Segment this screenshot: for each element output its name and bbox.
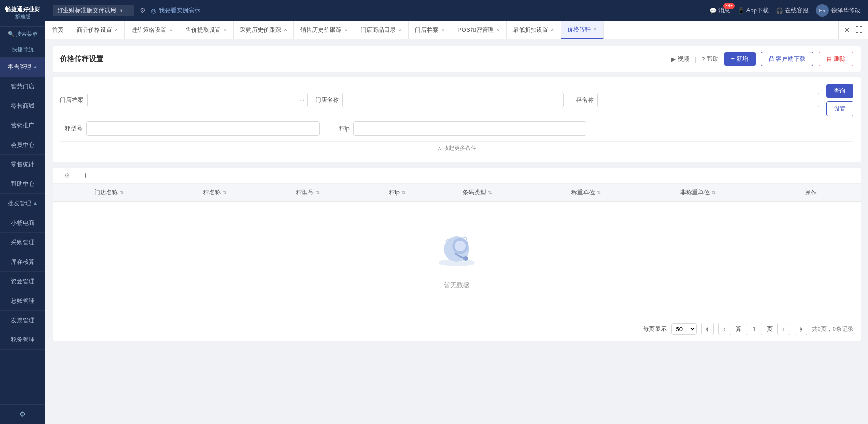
last-page-btn[interactable]: ⟫ xyxy=(795,323,807,335)
online-service-btn[interactable]: 🎧 在线客服 xyxy=(776,6,809,14)
table-column-header[interactable]: 秤型号⇅ xyxy=(291,184,384,202)
maximize-icon[interactable]: ⛶ xyxy=(853,24,864,36)
tab-item[interactable]: 售价提取设置× xyxy=(179,21,234,39)
sidebar-search[interactable]: 🔍 搜索菜单 xyxy=(0,27,45,42)
per-page-label: 每页显示 xyxy=(643,325,667,333)
table-column-header[interactable]: 称重单位⇅ xyxy=(566,184,675,202)
tab-close-btn[interactable]: × xyxy=(497,27,500,33)
ellipsis-icon[interactable]: ··· xyxy=(299,96,305,104)
tab-close-btn[interactable]: × xyxy=(115,27,118,33)
next-page-btn[interactable]: › xyxy=(777,323,790,335)
select-all-checkbox[interactable] xyxy=(80,173,86,178)
tab-item[interactable]: POS加密管理× xyxy=(451,21,506,39)
tab-close-btn[interactable]: × xyxy=(284,27,287,33)
table-column-header[interactable]: 秤ip⇅ xyxy=(384,184,457,202)
sidebar-item[interactable]: 零售统计 xyxy=(0,155,45,174)
sidebar-quick-nav[interactable]: 快捷导航 xyxy=(0,42,45,58)
store-archive-input[interactable] xyxy=(87,93,308,107)
tab-item[interactable]: 销售历史价跟踪× xyxy=(294,21,354,39)
sidebar-item[interactable]: 税务管理 xyxy=(0,330,45,350)
sidebar-item[interactable]: 智慧门店 xyxy=(0,77,45,96)
per-page-select[interactable]: 102050100 xyxy=(671,323,697,335)
data-table: 门店名称⇅秤名称⇅秤型号⇅秤ip⇅条码类型⇅称重单位⇅非称重单位⇅操作 xyxy=(53,184,861,202)
tab-item[interactable]: 采购历史价跟踪× xyxy=(234,21,294,39)
tab-item[interactable]: 门店档案× xyxy=(409,21,451,39)
download-button[interactable]: 凸 客户端下载 xyxy=(761,52,814,66)
first-page-btn[interactable]: ⟪ xyxy=(701,323,714,335)
tabbar-actions: ✕ ⛶ xyxy=(838,21,868,39)
tab-close-btn[interactable]: × xyxy=(441,27,444,33)
tab-item[interactable]: 最低折扣设置× xyxy=(507,21,561,39)
page-number-input[interactable] xyxy=(746,323,762,335)
sidebar-item[interactable]: 采购管理 xyxy=(0,233,45,252)
sidebar-item[interactable]: 营销推广 xyxy=(0,116,45,135)
sort-icon: ⇅ xyxy=(597,190,601,195)
scale-ip-input[interactable] xyxy=(353,121,587,136)
table-column-header[interactable]: 非称重单位⇅ xyxy=(675,184,800,202)
scale-model-input[interactable] xyxy=(86,121,320,136)
prev-page-btn[interactable]: ‹ xyxy=(718,323,731,335)
logo-sub-text: 标准版 xyxy=(4,14,42,20)
message-badge-btn[interactable]: 💬 消息 99+ xyxy=(709,6,730,14)
scale-model-field: 秤型号 xyxy=(60,121,320,136)
store-name-input[interactable] xyxy=(342,93,563,107)
tab-close-btn[interactable]: × xyxy=(169,27,172,33)
sidebar-item[interactable]: 发票管理 xyxy=(0,311,45,330)
filter-row-1: 门店档案 ··· 门店名称 秤名称 查询 设置 xyxy=(60,84,853,116)
demo-link[interactable]: ◎ 我要看实例演示 xyxy=(151,6,200,14)
sidebar-item[interactable]: 资金管理 xyxy=(0,272,45,291)
scale-name-input[interactable] xyxy=(597,93,819,107)
tab-close-btn[interactable]: × xyxy=(551,27,554,33)
sidebar-item[interactable]: 小畅电商 xyxy=(0,213,45,233)
settings-button[interactable]: 设置 xyxy=(826,101,853,116)
tab-close-btn[interactable]: × xyxy=(224,27,227,33)
version-selector[interactable]: 好业财标准版交付试用 ▼ xyxy=(53,5,134,16)
page-actions: ▶ 视频 | ? 帮助 + 新增 凸 客户端下载 自 删除 xyxy=(671,52,853,66)
scale-ip-label: 秤ip xyxy=(327,125,350,133)
add-button[interactable]: + 新增 xyxy=(724,52,756,66)
sidebar-item[interactable]: 会员中心 xyxy=(0,135,45,155)
settings-icon[interactable]: ⚙ xyxy=(20,410,26,418)
tab-close-btn[interactable]: × xyxy=(344,27,347,33)
tab-item[interactable]: 进价策略设置× xyxy=(125,21,179,39)
tab-close-btn[interactable]: × xyxy=(594,27,597,32)
table-toolbar: ⚙ xyxy=(53,168,861,184)
app-download-label: App下载 xyxy=(746,6,769,14)
page-header: 价格传秤设置 ▶ 视频 | ? 帮助 + 新增 凸 客户端下载 自 删除 xyxy=(53,46,861,72)
tab-label: 商品价格设置 xyxy=(77,26,112,34)
query-button[interactable]: 查询 xyxy=(826,84,853,98)
sidebar-item[interactable]: 批发管理▲ xyxy=(0,194,45,213)
table-column-header[interactable]: 门店名称⇅ xyxy=(89,184,198,202)
tab-item[interactable]: 价格传秤× xyxy=(561,21,604,39)
sidebar-item[interactable]: 零售管理▲ xyxy=(0,58,45,77)
tab-item[interactable]: 门店商品目录× xyxy=(354,21,409,39)
sidebar-item[interactable]: 零售商城 xyxy=(0,96,45,116)
chevron-icon: ▲ xyxy=(33,201,38,206)
delete-button[interactable]: 自 删除 xyxy=(819,52,853,66)
tab-item[interactable]: 商品价格设置× xyxy=(70,21,125,39)
table-gear-icon[interactable]: ⚙ xyxy=(58,172,76,179)
message-count: 99+ xyxy=(723,3,735,9)
help-link[interactable]: ? 帮助 xyxy=(702,55,718,63)
sidebar-item[interactable]: 帮助中心 xyxy=(0,174,45,194)
sort-icon: ⇅ xyxy=(401,190,405,195)
user-menu[interactable]: Ea 徐泽华修改 xyxy=(816,4,861,17)
version-dropdown-arrow: ▼ xyxy=(119,8,124,13)
video-link[interactable]: ▶ 视频 xyxy=(671,55,689,63)
sidebar-item[interactable]: 库存核算 xyxy=(0,252,45,272)
table-column-header[interactable]: 秤名称⇅ xyxy=(198,184,291,202)
app-logo: 畅捷通好业财 标准版 xyxy=(0,0,45,27)
collapse-bar[interactable]: ∧ 收起更多条件 xyxy=(60,141,853,155)
topbar-gear-icon[interactable]: ⚙ xyxy=(140,6,146,14)
table-column-header[interactable]: 条码类型⇅ xyxy=(457,184,566,202)
close-tab-icon[interactable]: ✕ xyxy=(842,24,852,36)
tab-close-btn[interactable]: × xyxy=(399,27,402,33)
tab-label: 售价提取设置 xyxy=(185,26,221,34)
tab-label: 首页 xyxy=(52,26,63,34)
tab-item[interactable]: 首页 xyxy=(45,21,70,39)
table-section: ⚙ 门店名称⇅秤名称⇅秤型号⇅秤ip⇅条码类型⇅称重单位⇅非称重单位⇅操作 xyxy=(53,168,861,341)
app-download-btn[interactable]: 📱 App下载 xyxy=(737,6,769,14)
sidebar-item[interactable]: 总账管理 xyxy=(0,291,45,311)
scale-name-field: 秤名称 xyxy=(571,93,819,107)
help-label: 帮助 xyxy=(707,55,719,63)
